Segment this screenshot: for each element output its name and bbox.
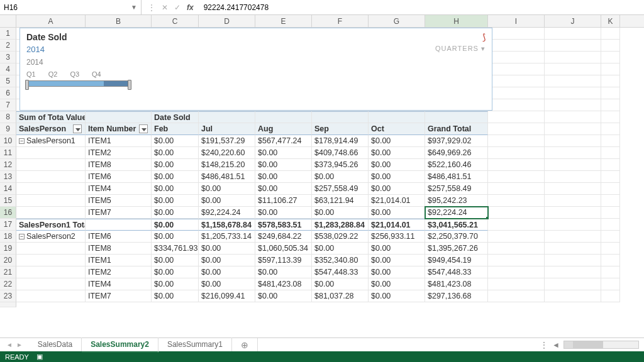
pivot-item-label[interactable]: ITEM4 [86,278,152,290]
pivot-value-cell[interactable]: $240,220.60 [199,147,255,159]
sheet-tab[interactable]: SalesSummary2 [82,337,158,353]
clear-filter-icon[interactable]: ⟆ [482,32,486,42]
pivot-value-cell[interactable]: $481,423.08 [255,278,312,290]
pivot-value-cell[interactable]: $522,160.46 [425,159,488,171]
column-header[interactable]: K [601,15,620,27]
row-header[interactable]: 17 [0,219,16,231]
pivot-row-label[interactable] [16,147,86,159]
pivot-row-field[interactable]: SalesPerson [16,123,86,135]
row-header[interactable]: 20 [0,255,16,266]
pivot-value-cell[interactable]: $297,136.68 [425,290,488,302]
pivot-subtotal-label[interactable]: SalesPerson1 Total [16,219,86,231]
pivot-value-cell[interactable]: $0.00 [152,231,199,243]
pivot-value-cell[interactable]: $148,215.20 [199,159,255,171]
pivot-value-cell[interactable]: $0.00 [152,290,199,302]
pivot-value-cell[interactable]: $0.00 [152,207,199,219]
pivot-value-cell[interactable]: $937,929.02 [425,135,488,147]
pivot-item-label[interactable]: ITEM7 [86,290,152,302]
pivot-value-cell[interactable]: $11,106.27 [255,195,312,207]
column-header[interactable]: F [312,15,369,27]
pivot-row-field[interactable]: Item Number [86,123,152,135]
pivot-value-cell[interactable]: $538,029.22 [312,231,369,243]
pivot-item-label[interactable]: ITEM1 [86,135,152,147]
pivot-column-label[interactable]: Sep [312,123,369,135]
pivot-value-cell[interactable]: $0.00 [255,207,312,219]
row-header[interactable]: 14 [0,183,16,195]
pivot-row-label[interactable] [16,290,86,302]
pivot-value-cell[interactable]: $481,423.08 [425,278,488,290]
pivot-row-label[interactable] [16,183,86,195]
pivot-value-cell[interactable]: $92,224.24 [425,207,488,219]
pivot-measure-label[interactable]: Sum of Tota Value [16,111,86,123]
pivot-item-label[interactable]: ITEM6 [86,171,152,183]
pivot-value-cell[interactable]: $257,558.49 [425,183,488,195]
pivot-value-cell[interactable]: $95,242.23 [425,195,488,207]
pivot-value-cell[interactable]: $256,933.11 [369,231,425,243]
row-header[interactable]: 10 [0,135,16,147]
pivot-value-cell[interactable]: $0.00 [369,147,425,159]
pivot-value-cell[interactable]: $597,113.39 [255,255,312,266]
pivot-value-cell[interactable]: $0.00 [312,207,369,219]
row-header[interactable]: 6 [0,87,16,99]
pivot-value-cell[interactable]: $1,205,733.14 [199,231,255,243]
pivot-value-cell[interactable]: $0.00 [255,266,312,278]
pivot-value-cell[interactable]: $0.00 [152,278,199,290]
pivot-value-cell[interactable]: $0.00 [369,207,425,219]
pivot-item-label[interactable]: ITEM7 [86,207,152,219]
horizontal-scrollbar[interactable] [564,341,639,349]
pivot-row-label[interactable] [16,195,86,207]
pivot-value-cell[interactable]: $0.00 [369,183,425,195]
row-header[interactable]: 19 [0,243,16,255]
pivot-value-cell[interactable]: $21,014.01 [369,195,425,207]
pivot-value-cell[interactable]: $649,969.26 [425,147,488,159]
row-header[interactable]: 23 [0,290,16,302]
pivot-value-cell[interactable]: $547,448.33 [312,266,369,278]
pivot-value-cell[interactable]: $0.00 [255,290,312,302]
pivot-column-label[interactable]: Aug [255,123,312,135]
sort-icon[interactable] [139,124,148,133]
row-header[interactable]: 4 [0,63,16,75]
pivot-subtotal-value[interactable]: $0.00 [152,219,199,231]
pivot-value-cell[interactable]: $63,121.94 [312,195,369,207]
pivot-subtotal-value[interactable]: $3,041,565.21 [425,219,488,231]
pivot-col-field[interactable]: Date Sold [152,111,199,123]
pivot-value-cell[interactable]: $0.00 [152,171,199,183]
tab-overflow-icon[interactable]: ⋮ [540,341,548,349]
pivot-value-cell[interactable]: $373,945.26 [312,159,369,171]
column-header[interactable]: J [545,15,601,27]
column-header[interactable]: G [369,15,425,27]
row-header[interactable]: 7 [0,99,16,111]
pivot-column-label[interactable]: Grand Total [425,123,488,135]
pivot-value-cell[interactable]: $949,454.19 [425,255,488,266]
pivot-row-label[interactable] [16,159,86,171]
macro-record-icon[interactable]: ▣ [36,353,43,361]
tab-next-icon[interactable]: ► [16,341,23,348]
pivot-value-cell[interactable]: $0.00 [255,183,312,195]
row-header[interactable]: 8 [0,111,16,123]
pivot-subtotal-value[interactable]: $1,283,288.84 [312,219,369,231]
pivot-row-label[interactable] [16,278,86,290]
pivot-row-label[interactable] [16,207,86,219]
hscroll-left-icon[interactable]: ◄ [552,341,560,349]
pivot-value-cell[interactable]: $0.00 [369,159,425,171]
pivot-value-cell[interactable]: $0.00 [152,266,199,278]
pivot-value-cell[interactable]: $0.00 [369,278,425,290]
collapse-icon[interactable]: − [19,234,25,239]
column-header[interactable]: A [16,15,86,27]
sheet-tab[interactable]: SalesData [29,337,82,351]
slicer-range-bar[interactable] [26,80,130,87]
pivot-value-cell[interactable]: $0.00 [255,171,312,183]
pivot-value-cell[interactable]: $0.00 [369,290,425,302]
pivot-value-cell[interactable]: $486,481.51 [425,171,488,183]
pivot-value-cell[interactable]: $0.00 [152,147,199,159]
pivot-subtotal-value[interactable]: $21,014.01 [369,219,425,231]
row-header[interactable]: 12 [0,159,16,171]
pivot-value-cell[interactable]: $0.00 [199,255,255,266]
pivot-value-cell[interactable]: $191,537.29 [199,135,255,147]
pivot-value-cell[interactable]: $0.00 [152,255,199,266]
pivot-column-label[interactable]: Jul [199,123,255,135]
pivot-value-cell[interactable]: $1,395,267.26 [425,243,488,255]
slicer-period-toggle[interactable]: QUARTERS ▾ [435,45,486,54]
pivot-value-cell[interactable]: $81,037.28 [312,290,369,302]
row-header[interactable]: 1 [0,28,16,40]
